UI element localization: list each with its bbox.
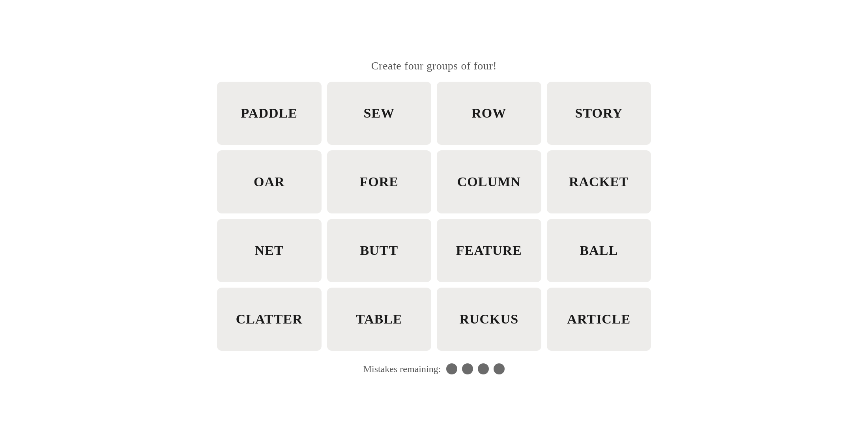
tile-row[interactable]: ROW bbox=[437, 82, 541, 145]
tile-oar[interactable]: OAR bbox=[217, 150, 322, 213]
tile-label-ruckus: RUCKUS bbox=[459, 312, 518, 327]
mistake-dot-4 bbox=[494, 363, 505, 374]
tile-label-row: ROW bbox=[471, 106, 506, 121]
tile-label-feature: FEATURE bbox=[456, 243, 522, 258]
tile-sew[interactable]: SEW bbox=[327, 82, 432, 145]
tile-label-column: COLUMN bbox=[457, 174, 521, 189]
mistake-dot-3 bbox=[478, 363, 489, 374]
tile-label-clatter: CLATTER bbox=[236, 312, 303, 327]
tile-racket[interactable]: RACKET bbox=[547, 150, 651, 213]
tile-label-table: TABLE bbox=[356, 312, 402, 327]
mistake-dot-1 bbox=[446, 363, 457, 374]
mistakes-dots bbox=[446, 363, 505, 374]
tile-label-paddle: PADDLE bbox=[241, 106, 297, 121]
tile-article[interactable]: ARTICLE bbox=[547, 288, 651, 351]
tile-net[interactable]: NET bbox=[217, 219, 322, 282]
mistake-dot-2 bbox=[462, 363, 473, 374]
tile-paddle[interactable]: PADDLE bbox=[217, 82, 322, 145]
tile-ball[interactable]: BALL bbox=[547, 219, 651, 282]
tile-label-story: STORY bbox=[575, 106, 623, 121]
game-container: Create four groups of four! PADDLESEWROW… bbox=[217, 60, 651, 374]
mistakes-row: Mistakes remaining: bbox=[363, 363, 505, 374]
tile-label-oar: OAR bbox=[254, 174, 285, 189]
tile-butt[interactable]: BUTT bbox=[327, 219, 432, 282]
tile-label-sew: SEW bbox=[363, 106, 395, 121]
tile-label-article: ARTICLE bbox=[567, 312, 630, 327]
tile-label-racket: RACKET bbox=[569, 174, 629, 189]
tile-feature[interactable]: FEATURE bbox=[437, 219, 541, 282]
tile-column[interactable]: COLUMN bbox=[437, 150, 541, 213]
tile-label-ball: BALL bbox=[580, 243, 618, 258]
game-subtitle: Create four groups of four! bbox=[371, 60, 497, 72]
mistakes-label: Mistakes remaining: bbox=[363, 364, 441, 374]
tile-label-fore: FORE bbox=[359, 174, 398, 189]
tile-clatter[interactable]: CLATTER bbox=[217, 288, 322, 351]
tile-story[interactable]: STORY bbox=[547, 82, 651, 145]
tile-ruckus[interactable]: RUCKUS bbox=[437, 288, 541, 351]
tile-table[interactable]: TABLE bbox=[327, 288, 432, 351]
tiles-grid: PADDLESEWROWSTORYOARFORECOLUMNRACKETNETB… bbox=[217, 82, 651, 351]
tile-label-butt: BUTT bbox=[360, 243, 398, 258]
tile-fore[interactable]: FORE bbox=[327, 150, 432, 213]
tile-label-net: NET bbox=[255, 243, 284, 258]
